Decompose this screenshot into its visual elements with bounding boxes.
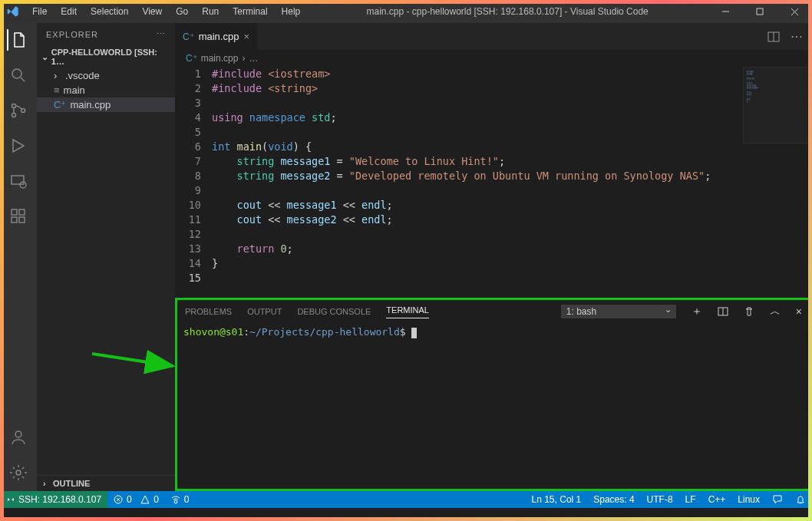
svg-point-6 <box>20 182 26 188</box>
window-title: main.cpp - cpp-helloworld [SSH: 192.168.… <box>306 6 708 17</box>
menu-go[interactable]: Go <box>170 3 194 20</box>
terminal-shell-select[interactable]: 1: bash <box>561 305 676 318</box>
explorer-icon[interactable] <box>7 29 28 51</box>
search-icon[interactable] <box>8 64 29 86</box>
outline-section[interactable]: ›OUTLINE <box>37 475 175 491</box>
svg-point-11 <box>15 431 21 437</box>
run-debug-icon[interactable] <box>8 135 29 157</box>
eol-status[interactable]: LF <box>679 494 702 505</box>
maximize-panel-icon[interactable]: ︿ <box>770 305 781 318</box>
folder-section[interactable]: ⌄CPP-HELLOWORLD [SSH: 1… <box>37 45 175 68</box>
svg-point-12 <box>16 470 21 475</box>
code-content[interactable]: #include <iostream> #include <string> us… <box>212 67 812 298</box>
svg-point-16 <box>174 500 177 503</box>
encoding-status[interactable]: UTF-8 <box>641 494 679 505</box>
terminal-cursor <box>411 328 417 338</box>
kill-terminal-icon[interactable] <box>744 306 754 317</box>
menu-run[interactable]: Run <box>196 3 225 20</box>
svg-point-2 <box>12 104 16 108</box>
panel-tab-problems[interactable]: PROBLEMS <box>185 307 232 316</box>
tab-main-cpp[interactable]: C⁺ main.cpp × <box>175 23 258 50</box>
code-editor[interactable]: 123456789101112131415 #include <iostream… <box>175 67 812 298</box>
panel-tab-terminal[interactable]: TERMINAL <box>386 305 429 318</box>
new-terminal-icon[interactable]: ＋ <box>692 305 702 318</box>
problems-indicator[interactable]: 0 0 <box>107 491 165 508</box>
cpp-file-icon: C⁺ <box>54 99 66 110</box>
notifications-icon[interactable] <box>789 494 812 505</box>
svg-point-3 <box>12 114 16 117</box>
svg-rect-7 <box>12 209 17 215</box>
svg-rect-9 <box>19 217 25 223</box>
cursor-position[interactable]: Ln 15, Col 1 <box>526 494 588 505</box>
maximize-button[interactable] <box>743 0 777 23</box>
source-control-icon[interactable] <box>8 100 29 121</box>
split-editor-icon[interactable] <box>767 31 780 43</box>
menu-terminal[interactable]: Terminal <box>226 3 273 20</box>
sidebar: EXPLORER⋯ ⌄CPP-HELLOWORLD [SSH: 1… ›.vsc… <box>37 23 175 491</box>
line-gutter: 123456789101112131415 <box>175 67 212 298</box>
editor-group: C⁺ main.cpp × ⋯ C⁺ main.cpp › … 12345678… <box>175 23 812 491</box>
svg-rect-8 <box>12 217 17 223</box>
svg-rect-10 <box>19 209 25 215</box>
binary-file-icon: ≡ <box>54 84 60 96</box>
remote-indicator[interactable]: SSH: 192.168.0.107 <box>0 491 107 508</box>
tree-file-main[interactable]: ≡main <box>37 83 175 97</box>
extensions-icon[interactable] <box>8 206 29 227</box>
sidebar-title: EXPLORER <box>46 30 98 39</box>
cpp-file-icon: C⁺ <box>183 31 194 42</box>
titlebar: File Edit Selection View Go Run Terminal… <box>0 0 812 23</box>
split-terminal-icon[interactable] <box>718 306 728 317</box>
editor-more-icon[interactable]: ⋯ <box>791 29 803 44</box>
ports-indicator[interactable]: 0 <box>165 491 196 508</box>
menu-help[interactable]: Help <box>276 3 307 20</box>
feedback-icon[interactable] <box>766 494 789 505</box>
terminal-panel: PROBLEMS OUTPUT DEBUG CONSOLE TERMINAL 1… <box>175 298 812 491</box>
terminal-body[interactable]: shovon@s01:~/Projects/cpp-helloworld$ <box>177 318 810 346</box>
sidebar-more-icon[interactable]: ⋯ <box>157 29 166 39</box>
minimap[interactable]: ██ ██████ █████ ██ ███ ██ █ ██ ██ ████ █… <box>743 67 812 143</box>
close-panel-icon[interactable]: × <box>796 305 802 318</box>
menu-file[interactable]: File <box>26 3 53 20</box>
tree-folder-vscode[interactable]: ›.vscode <box>37 68 175 83</box>
menu-view[interactable]: View <box>136 3 168 20</box>
minimize-button[interactable] <box>708 0 743 23</box>
chevron-right-icon: › <box>54 70 61 81</box>
language-mode[interactable]: C++ <box>702 494 732 505</box>
svg-rect-5 <box>12 176 24 184</box>
tree-file-main-cpp[interactable]: C⁺main.cpp <box>37 97 175 112</box>
close-button[interactable] <box>777 0 812 23</box>
remote-explorer-icon[interactable] <box>8 170 29 192</box>
menu-bar: File Edit Selection View Go Run Terminal… <box>26 3 306 20</box>
panel-tab-output[interactable]: OUTPUT <box>247 307 282 316</box>
status-bar: SSH: 192.168.0.107 0 0 0 Ln 15, Col 1 Sp… <box>0 491 812 508</box>
settings-gear-icon[interactable] <box>8 462 29 483</box>
editor-tabs: C⁺ main.cpp × ⋯ <box>175 23 812 50</box>
cpp-file-icon: C⁺ <box>186 53 197 64</box>
panel-tab-debug[interactable]: DEBUG CONSOLE <box>297 307 371 316</box>
breadcrumbs[interactable]: C⁺ main.cpp › … <box>175 50 812 67</box>
svg-point-1 <box>12 69 21 78</box>
indentation-status[interactable]: Spaces: 4 <box>587 494 640 505</box>
close-tab-icon[interactable]: × <box>243 31 249 42</box>
svg-rect-0 <box>757 8 763 15</box>
svg-point-4 <box>21 109 25 113</box>
os-status[interactable]: Linux <box>731 494 766 505</box>
vscode-logo-icon <box>0 5 26 18</box>
menu-selection[interactable]: Selection <box>84 3 134 20</box>
accounts-icon[interactable] <box>8 427 29 448</box>
activity-bar <box>0 23 37 491</box>
menu-edit[interactable]: Edit <box>54 3 83 20</box>
